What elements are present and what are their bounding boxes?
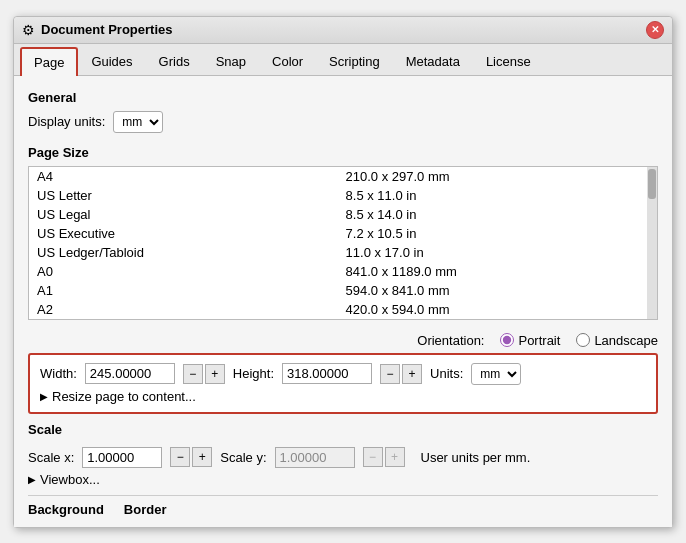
orientation-row: Orientation: Portrait Landscape <box>28 328 658 353</box>
viewbox-label: Viewbox... <box>40 472 100 487</box>
page-size-row[interactable]: A0841.0 x 1189.0 mm <box>29 262 657 281</box>
page-content: General Display units: mm px pt cm in Pa… <box>14 76 672 527</box>
landscape-radio[interactable] <box>576 333 590 347</box>
landscape-option[interactable]: Landscape <box>576 333 658 348</box>
titlebar: ⚙ Document Properties ✕ <box>14 17 672 44</box>
viewbox-row[interactable]: ▶ Viewbox... <box>28 472 658 487</box>
page-size-row[interactable]: US Ledger/Tabloid11.0 x 17.0 in <box>29 243 657 262</box>
height-input[interactable] <box>282 363 372 384</box>
page-size-row[interactable]: US Letter8.5 x 11.0 in <box>29 186 657 205</box>
portrait-label: Portrait <box>518 333 560 348</box>
scale-x-label: Scale x: <box>28 450 74 465</box>
resize-row[interactable]: ▶ Resize page to content... <box>40 389 646 404</box>
scale-label: Scale <box>28 422 658 437</box>
page-size-list[interactable]: A4210.0 x 297.0 mmUS Letter8.5 x 11.0 in… <box>29 167 657 319</box>
scrollbar-track[interactable] <box>647 167 657 319</box>
page-size-row[interactable]: A1594.0 x 841.0 mm <box>29 281 657 300</box>
tab-page[interactable]: Page <box>20 47 78 76</box>
tab-bar: Page Guides Grids Snap Color Scripting M… <box>14 44 672 76</box>
page-size-section: Page Size A4210.0 x 297.0 mmUS Letter8.5… <box>28 145 658 320</box>
resize-triangle-icon: ▶ <box>40 391 48 402</box>
scale-y-minus-btn: − <box>363 447 383 467</box>
tab-guides[interactable]: Guides <box>78 47 145 75</box>
scale-row: Scale x: − + Scale y: − + User units per… <box>28 443 658 472</box>
document-properties-window: ⚙ Document Properties ✕ Page Guides Grid… <box>13 16 673 528</box>
scale-x-input[interactable] <box>82 447 162 468</box>
border-label: Border <box>124 502 167 517</box>
scale-y-label: Scale y: <box>220 450 266 465</box>
width-input[interactable] <box>85 363 175 384</box>
page-size-row[interactable]: US Legal8.5 x 14.0 in <box>29 205 657 224</box>
resize-label: Resize page to content... <box>52 389 196 404</box>
tab-color[interactable]: Color <box>259 47 316 75</box>
general-label: General <box>28 90 658 105</box>
user-units-label: User units per mm. <box>421 450 531 465</box>
width-plus-btn[interactable]: + <box>205 364 225 384</box>
custom-size-row: Width: − + Height: − + Units: mm px pt c… <box>40 363 646 385</box>
tab-license[interactable]: License <box>473 47 544 75</box>
window-title: Document Properties <box>41 22 640 37</box>
page-size-wrapper: A4210.0 x 297.0 mmUS Letter8.5 x 11.0 in… <box>28 166 658 320</box>
gear-icon: ⚙ <box>22 22 35 38</box>
viewbox-triangle-icon: ▶ <box>28 474 36 485</box>
scrollbar-thumb <box>648 169 656 199</box>
page-size-row[interactable]: A4210.0 x 297.0 mm <box>29 167 657 186</box>
scale-x-plus-btn[interactable]: + <box>192 447 212 467</box>
portrait-radio[interactable] <box>500 333 514 347</box>
custom-size-box: Width: − + Height: − + Units: mm px pt c… <box>28 353 658 414</box>
display-units-row: Display units: mm px pt cm in <box>28 111 658 133</box>
orientation-label: Orientation: <box>417 333 484 348</box>
custom-units-select[interactable]: mm px pt cm in <box>471 363 521 385</box>
scale-y-spinner: − + <box>363 447 405 467</box>
height-spinner: − + <box>380 364 422 384</box>
scale-y-input[interactable] <box>275 447 355 468</box>
width-label: Width: <box>40 366 77 381</box>
width-minus-btn[interactable]: − <box>183 364 203 384</box>
page-size-row[interactable]: A2420.0 x 594.0 mm <box>29 300 657 319</box>
divider <box>28 495 658 496</box>
close-button[interactable]: ✕ <box>646 21 664 39</box>
page-size-label: Page Size <box>28 145 658 160</box>
tab-snap[interactable]: Snap <box>203 47 259 75</box>
height-label: Height: <box>233 366 274 381</box>
landscape-label: Landscape <box>594 333 658 348</box>
scale-y-plus-btn: + <box>385 447 405 467</box>
units-label: Units: <box>430 366 463 381</box>
tab-grids[interactable]: Grids <box>146 47 203 75</box>
scale-section: Scale Scale x: − + Scale y: − + User uni… <box>28 422 658 487</box>
page-size-table: A4210.0 x 297.0 mmUS Letter8.5 x 11.0 in… <box>29 167 657 319</box>
height-minus-btn[interactable]: − <box>380 364 400 384</box>
width-spinner: − + <box>183 364 225 384</box>
display-units-select[interactable]: mm px pt cm in <box>113 111 163 133</box>
tab-metadata[interactable]: Metadata <box>393 47 473 75</box>
bottom-section: Background Border <box>28 502 658 517</box>
portrait-option[interactable]: Portrait <box>500 333 560 348</box>
scale-x-spinner: − + <box>170 447 212 467</box>
tab-scripting[interactable]: Scripting <box>316 47 393 75</box>
scale-x-minus-btn[interactable]: − <box>170 447 190 467</box>
background-label: Background <box>28 502 104 517</box>
height-plus-btn[interactable]: + <box>402 364 422 384</box>
display-units-label: Display units: <box>28 114 105 129</box>
page-size-row[interactable]: US Executive7.2 x 10.5 in <box>29 224 657 243</box>
